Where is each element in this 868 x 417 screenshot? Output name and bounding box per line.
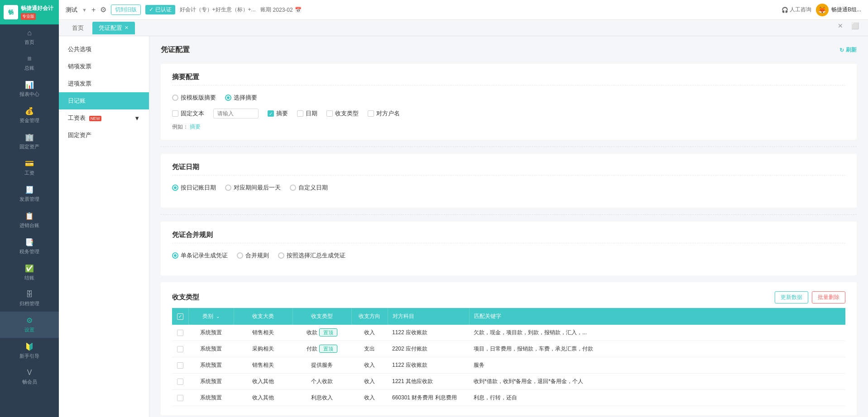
window-controls: ✕ ⬜ <box>835 20 861 32</box>
purchase-icon: 📋 <box>25 212 34 220</box>
cell-category: 系统预置 <box>188 357 234 374</box>
sidebar-item-fixed[interactable]: 🏢 固定资产 <box>0 128 59 155</box>
left-panel-item-payroll[interactable]: 工资表 NEW ▼ <box>59 109 149 127</box>
cell-big-type: 采购相关 <box>234 341 293 357</box>
calendar-icon[interactable]: 📅 <box>295 7 302 13</box>
radio-circle-custom <box>290 185 296 191</box>
cell-direction: 支出 <box>351 341 388 357</box>
cell-check[interactable] <box>172 341 188 357</box>
date-section-title: 凭证日期 <box>172 163 845 175</box>
radio-select-total[interactable]: 按照选择汇总生成凭证 <box>278 251 345 260</box>
sidebar-item-member[interactable]: V 畅会员 <box>0 364 59 390</box>
income-section-title: 收支类型 <box>172 293 199 302</box>
topbar-dropdown[interactable]: ▼ <box>82 7 87 13</box>
sidebar-item-home[interactable]: ⌂ 首页 <box>0 24 59 50</box>
checkbox-fixed-text[interactable]: 固定文本 <box>172 109 204 118</box>
cell-check[interactable] <box>172 390 188 406</box>
checkbox-date[interactable]: 日期 <box>297 109 317 118</box>
topbar-right: 🎧 人工咨询 🦊 畅捷通B组... <box>782 4 861 16</box>
invoice-icon: 🧾 <box>25 185 34 194</box>
type-tag: 置顶 <box>319 345 337 353</box>
sidebar-item-tax[interactable]: 📑 税务管理 <box>0 233 59 260</box>
cell-type: 收款 置顶 <box>293 325 351 341</box>
service-btn[interactable]: 🎧 人工咨询 <box>782 6 811 14</box>
radio-period-last[interactable]: 对应期间最后一天 <box>225 184 281 192</box>
guide-icon: 🔰 <box>25 342 34 351</box>
cell-big-type: 销售相关 <box>234 357 293 374</box>
ledger-icon: ≡ <box>27 55 31 63</box>
topbar: 测试 ▼ + ⚙ 切到旧版 ✓ 已认证 好会计（专）+好生意（标）+... 账期… <box>59 0 868 20</box>
sidebar-item-finance[interactable]: 💰 资金管理 <box>0 102 59 128</box>
th-type: 收支类型 <box>293 308 351 325</box>
sidebar-item-salary[interactable]: 💳 工资 <box>0 155 59 181</box>
close-btn[interactable]: ✕ <box>835 20 845 32</box>
sidebar-item-reports[interactable]: 📊 报表中心 <box>0 76 59 102</box>
table-row: 系统预置 销售相关 提供服务 收入 1122 应收账款 服务 <box>172 357 845 374</box>
tab-close-btn[interactable]: ✕ <box>125 25 129 31</box>
income-section: 收支类型 更新数据 批量删除 ✓ <box>161 282 857 415</box>
left-panel-item-public[interactable]: 公共选项 <box>59 41 149 58</box>
table-actions: 更新数据 批量删除 <box>775 291 845 303</box>
type-tag: 置顶 <box>319 328 337 336</box>
cell-direction: 收入 <box>351 390 388 406</box>
radio-template[interactable]: 按模板版摘要 <box>172 94 216 102</box>
sidebar-item-purchase[interactable]: 📋 进销台账 <box>0 207 59 233</box>
sidebar-item-settlement[interactable]: ✅ 结账 <box>0 260 59 286</box>
cell-keyword: 收到*借款，收到*备用金，退回*备用金，个人 <box>469 374 845 390</box>
switch-version-btn[interactable]: 切到旧版 <box>111 5 141 15</box>
refresh-btn[interactable]: ↻ 刷新 <box>839 46 857 54</box>
cell-keyword: 项目，日常费用，报销款，车费，承兑汇票，付款 <box>469 341 845 357</box>
sort-icon[interactable]: ⌄ <box>216 314 220 319</box>
user-btn[interactable]: 🦊 畅捷通B组... <box>816 4 861 16</box>
divider-2 <box>161 214 857 215</box>
th-check[interactable]: ✓ <box>172 308 188 325</box>
sidebar-item-ledger[interactable]: ≡ 总账 <box>0 50 59 76</box>
checkbox-counterpart[interactable]: 对方户名 <box>368 109 400 118</box>
cell-direction: 收入 <box>351 374 388 390</box>
fixed-icon: 🏢 <box>25 133 34 142</box>
merge-section: 凭证合并规则 单条记录生成凭证 合并规则 按照选择汇总生成凭证 <box>161 222 857 275</box>
cell-category: 系统预置 <box>188 390 234 406</box>
update-data-btn[interactable]: 更新数据 <box>775 291 808 303</box>
radio-journal-date[interactable]: 按日记账日期 <box>172 184 216 192</box>
checkbox-type[interactable]: 收支类型 <box>326 109 359 118</box>
cell-type: 利息收入 <box>293 390 351 406</box>
cell-check[interactable] <box>172 374 188 390</box>
topbar-add-btn[interactable]: + <box>91 6 96 14</box>
avatar: 🦊 <box>816 4 829 16</box>
radio-circle-template <box>172 95 178 101</box>
radio-select[interactable]: 选择摘要 <box>225 94 257 102</box>
checkbox-summary[interactable]: ✓ 摘要 <box>268 109 288 118</box>
topbar-period: 账期 2023-02 📅 <box>260 6 302 14</box>
cell-type: 付款 置顶 <box>293 341 351 357</box>
radio-custom-date[interactable]: 自定义日期 <box>290 184 328 192</box>
checkbox-box-fixed <box>172 110 178 117</box>
date-section: 凭证日期 按日记账日期 对应期间最后一天 自定义日期 <box>161 154 857 208</box>
left-panel-item-purchase-inv[interactable]: 进项发票 <box>59 75 149 92</box>
example-text: 例如： 摘要 <box>172 123 845 131</box>
fixed-text-input[interactable] <box>213 109 259 118</box>
left-panel-item-journal[interactable]: 日记账 <box>59 92 149 109</box>
summary-section: 摘要配置 按模板版摘要 选择摘要 固定文本 <box>161 64 857 140</box>
tab-home[interactable]: 首页 <box>66 22 90 34</box>
summary-radio-group: 按模板版摘要 选择摘要 <box>172 94 845 102</box>
tab-voucher-config[interactable]: 凭证配置 ✕ <box>92 22 135 34</box>
maximize-btn[interactable]: ⬜ <box>849 20 861 32</box>
cell-check[interactable] <box>172 357 188 374</box>
batch-delete-btn[interactable]: 批量删除 <box>812 291 845 303</box>
sidebar-item-settings[interactable]: ⚙ 设置 <box>0 312 59 338</box>
left-panel: 公共选项 销项发票 进项发票 日记账 工资表 NEW ▼ 固定资产 <box>59 36 149 417</box>
radio-single[interactable]: 单条记录生成凭证 <box>172 251 228 260</box>
sidebar-item-invoice[interactable]: 🧾 发票管理 <box>0 181 59 207</box>
cell-account: 1221 其他应收款 <box>388 374 469 390</box>
cell-account: 1122 应收账款 <box>388 325 469 341</box>
cell-keyword: 欠款，现金，项目款，到款，报销款，汇入，... <box>469 325 845 341</box>
checkbox-box-date <box>297 110 303 117</box>
left-panel-item-sales[interactable]: 销项发票 <box>59 58 149 75</box>
left-panel-item-fixed-assets[interactable]: 固定资产 <box>59 127 149 144</box>
radio-merge-rule[interactable]: 合并规则 <box>237 251 269 260</box>
cell-check[interactable] <box>172 325 188 341</box>
sidebar-item-guide[interactable]: 🔰 新手引导 <box>0 338 59 364</box>
sidebar-item-archive[interactable]: 🗄 归档管理 <box>0 286 59 312</box>
topbar-setting-btn[interactable]: ⚙ <box>100 5 106 14</box>
